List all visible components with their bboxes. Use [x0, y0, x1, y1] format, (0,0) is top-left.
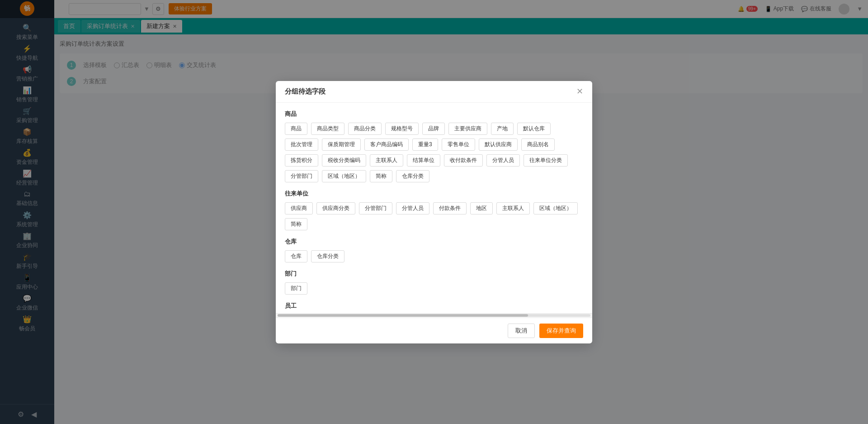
field-tag-warehouse-category[interactable]: 仓库分类: [396, 170, 429, 182]
section-employee: 员工 业务员: [285, 302, 583, 313]
field-tag-supplier-category[interactable]: 供应商分类: [316, 202, 355, 214]
field-tag-short-name[interactable]: 简称: [370, 170, 392, 182]
field-tag-spec-model[interactable]: 规格型号: [385, 123, 419, 135]
modal-body[interactable]: 商品 商品 商品类型 商品分类 规格型号 品牌 主要供应商 产地 默认仓库 批次…: [276, 103, 592, 313]
section-product-title: 商品: [285, 110, 583, 118]
modal-header: 分组待选字段 ✕: [276, 81, 592, 103]
modal-hscroll[interactable]: [276, 313, 592, 318]
field-tag-warehouse-cat[interactable]: 仓库分类: [311, 250, 344, 262]
section-warehouse: 仓库 仓库 仓库分类: [285, 238, 583, 262]
section-product-tags: 商品 商品类型 商品分类 规格型号 品牌 主要供应商 产地 默认仓库 批次管理 …: [285, 123, 583, 182]
field-tag-region[interactable]: 区域（地区）: [322, 170, 366, 182]
field-tag-retail-unit[interactable]: 零售单位: [442, 138, 475, 151]
field-tag-department[interactable]: 部门: [285, 282, 307, 295]
field-tag-region-partner[interactable]: 区域（地区）: [533, 202, 578, 214]
field-tag-product-type[interactable]: 商品类型: [311, 123, 344, 135]
confirm-button[interactable]: 保存并查询: [539, 324, 583, 338]
field-tag-main-contact-partner[interactable]: 主联系人: [496, 202, 530, 214]
field-tag-tax-code[interactable]: 税收分类编码: [322, 154, 366, 167]
field-tag-brand[interactable]: 品牌: [422, 123, 445, 135]
modal-footer: 取消 保存并查询: [276, 318, 592, 343]
hscroll-thumb: [278, 314, 528, 317]
field-tag-dept-mgmt[interactable]: 分管部门: [285, 170, 318, 182]
field-tag-settle-unit[interactable]: 结算单位: [407, 154, 440, 167]
field-tag-manager[interactable]: 分管人员: [486, 154, 520, 167]
field-tag-batch-mgmt[interactable]: 批次管理: [285, 138, 318, 151]
section-department-tags: 部门: [285, 282, 583, 295]
section-partner-title: 往来单位: [285, 190, 583, 198]
hscroll-track: [278, 314, 590, 317]
section-warehouse-tags: 仓库 仓库分类: [285, 250, 583, 262]
field-tag-product-category[interactable]: 商品分类: [348, 123, 382, 135]
section-partner-tags: 供应商 供应商分类 分管部门 分管人员 付款条件 地区 主联系人 区域（地区） …: [285, 202, 583, 230]
field-tag-partner-category[interactable]: 往来单位分类: [524, 154, 568, 167]
field-tag-main-contact[interactable]: 主联系人: [370, 154, 403, 167]
field-tag-payment-cond[interactable]: 付款条件: [433, 202, 467, 214]
field-tag-payment-terms[interactable]: 收付款条件: [444, 154, 483, 167]
field-tag-area[interactable]: 地区: [470, 202, 493, 214]
modal-title: 分组待选字段: [285, 87, 326, 96]
field-tag-default-supplier[interactable]: 默认供应商: [479, 138, 518, 151]
field-tag-origin[interactable]: 产地: [491, 123, 514, 135]
modal-dialog: 分组待选字段 ✕ 商品 商品 商品类型 商品分类 规格型号 品牌 主要供应商 产…: [276, 81, 592, 343]
modal-close-button[interactable]: ✕: [576, 87, 583, 95]
field-tag-customer-code[interactable]: 客户商品编码: [364, 138, 409, 151]
field-tag-short-name-partner[interactable]: 简称: [285, 218, 307, 230]
field-tag-alias[interactable]: 商品别名: [521, 138, 555, 151]
section-warehouse-title: 仓库: [285, 238, 583, 246]
section-product: 商品 商品 商品类型 商品分类 规格型号 品牌 主要供应商 产地 默认仓库 批次…: [285, 110, 583, 182]
section-department: 部门 部门: [285, 270, 583, 295]
field-tag-main-supplier[interactable]: 主要供应商: [448, 123, 487, 135]
section-department-title: 部门: [285, 270, 583, 278]
field-tag-pick-score[interactable]: 拣货积分: [285, 154, 318, 167]
section-employee-title: 员工: [285, 302, 583, 310]
field-tag-manager-partner[interactable]: 分管人员: [396, 202, 429, 214]
modal-overlay: 分组待选字段 ✕ 商品 商品 商品类型 商品分类 规格型号 品牌 主要供应商 产…: [0, 0, 868, 424]
field-tag-shelf-life[interactable]: 保质期管理: [322, 138, 361, 151]
section-partner: 往来单位 供应商 供应商分类 分管部门 分管人员 付款条件 地区 主联系人 区域…: [285, 190, 583, 230]
field-tag-weight3[interactable]: 重量3: [412, 138, 438, 151]
field-tag-supplier[interactable]: 供应商: [285, 202, 313, 214]
cancel-button[interactable]: 取消: [508, 324, 535, 338]
field-tag-dept-partner[interactable]: 分管部门: [359, 202, 392, 214]
field-tag-product[interactable]: 商品: [285, 123, 307, 135]
field-tag-warehouse[interactable]: 仓库: [285, 250, 307, 262]
field-tag-default-warehouse[interactable]: 默认仓库: [517, 123, 551, 135]
